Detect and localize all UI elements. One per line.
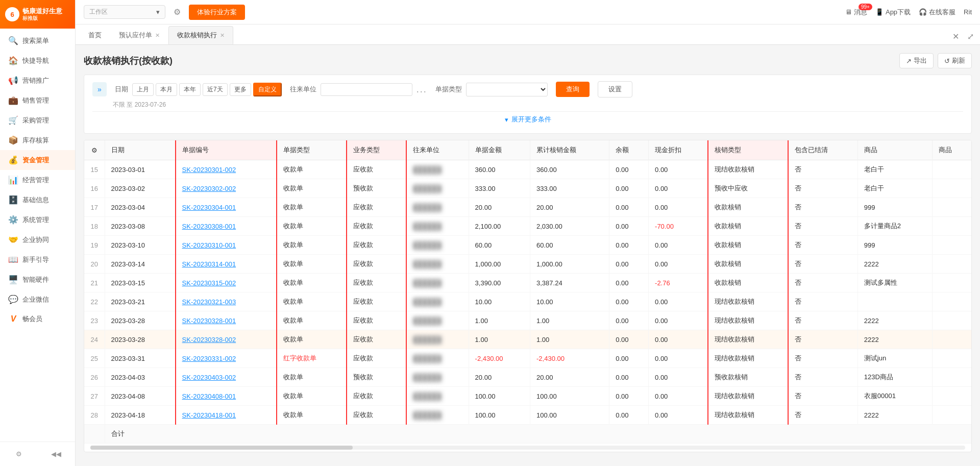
sidebar-item-inventory[interactable]: 📦 库存核算: [0, 130, 75, 150]
table-scroll-wrap: ⚙ 日期 单据编号 单据类型 业务类型 往来单位 单据金额 累计核销金额 余额 …: [84, 140, 971, 444]
query-btn[interactable]: 查询: [556, 82, 590, 97]
filter-partner-group: 往来单位 ...: [290, 83, 427, 96]
date-7days-btn[interactable]: 近7天: [203, 83, 228, 96]
export-btn[interactable]: ↗ 导出: [899, 53, 934, 68]
cell-bill-type: 收款单: [277, 330, 347, 349]
workspace-selector[interactable]: 工作区 ▾: [84, 5, 165, 19]
bill-no-link[interactable]: SK-20230408-001: [182, 393, 236, 400]
data-table: ⚙ 日期 单据编号 单据类型 业务类型 往来单位 单据金额 累计核销金额 余额 …: [84, 140, 971, 444]
cell-cumulative: 20.00: [530, 198, 609, 217]
cell-date: 2023-03-01: [105, 160, 176, 179]
bill-no-link[interactable]: SK-20230308-001: [182, 223, 236, 230]
sidebar-collapse-btn[interactable]: ◀◀: [38, 446, 76, 462]
date-this-month-btn[interactable]: 本月: [156, 83, 177, 96]
filter-toggle-btn[interactable]: »: [92, 82, 107, 96]
sidebar-item-search[interactable]: 🔍 搜索菜单: [0, 31, 75, 51]
sidebar-item-wechat[interactable]: 💬 企业微信: [0, 289, 75, 309]
tab-expand-icon[interactable]: ⤢: [965, 31, 976, 42]
industry-solution-btn[interactable]: 体验行业方案: [189, 5, 245, 20]
system-icon: ⚙️: [8, 215, 18, 225]
main-area: 工作区 ▾ ⚙ 体验行业方案 🖥 消息 99+ 📱 App下载 🎧 在线客服 R…: [76, 0, 980, 466]
bill-no-link[interactable]: SK-20230418-001: [182, 411, 236, 419]
cell-balance: 0.00: [609, 330, 649, 349]
cell-product2: [933, 349, 971, 368]
sidebar-item-finance[interactable]: 💰 资金管理: [0, 150, 75, 170]
cell-balance: 0.00: [609, 236, 649, 255]
sidebar-label-guide: 新手引导: [22, 255, 49, 264]
tab-collection-exec-close[interactable]: ✕: [220, 32, 225, 39]
sidebar-item-operations[interactable]: 📊 经营管理: [0, 170, 75, 190]
sidebar-settings-btn[interactable]: ⚙: [0, 446, 38, 462]
cell-cash-discount: 0.00: [649, 330, 708, 349]
cell-biz-type: 应收款: [347, 349, 407, 368]
table-row: 19 2023-03-10 SK-20230310-001 收款单 应收款 ██…: [84, 236, 971, 255]
refresh-btn[interactable]: ↺ 刷新: [938, 53, 972, 68]
sidebar-item-nav[interactable]: 🏠 快捷导航: [0, 51, 75, 70]
sidebar-item-marketing[interactable]: 📢 营销推广: [0, 70, 75, 90]
cell-bill-no: SK-20230315-002: [176, 274, 277, 292]
bill-no-link[interactable]: SK-20230302-002: [182, 185, 236, 192]
table-footer-row: 合计: [84, 425, 971, 444]
sidebar-item-purchase[interactable]: 🛒 采购管理: [0, 110, 75, 130]
tab-home[interactable]: 首页: [80, 26, 110, 44]
gear-icon[interactable]: ⚙: [172, 5, 183, 19]
app-download-btn[interactable]: 📱 App下载: [875, 8, 911, 17]
date-this-year-btn[interactable]: 本年: [179, 83, 201, 96]
user-avatar[interactable]: Rit: [964, 8, 972, 16]
bill-no-link[interactable]: SK-20230403-002: [182, 374, 236, 381]
cell-biz-type: 应收款: [347, 311, 407, 330]
sidebar-item-system[interactable]: ⚙️ 系统管理: [0, 210, 75, 230]
partner-input[interactable]: [321, 83, 412, 96]
bill-no-link[interactable]: SK-20230314-001: [182, 260, 236, 268]
cell-bill-amount: 1.00: [469, 330, 530, 349]
sidebar-item-member[interactable]: V 畅会员: [0, 309, 75, 329]
cell-bill-type: 收款单: [277, 406, 347, 425]
online-service-btn[interactable]: 🎧 在线客服: [919, 8, 955, 17]
bill-type-select[interactable]: [466, 83, 548, 96]
bill-no-link[interactable]: SK-20230331-002: [182, 355, 236, 362]
cell-product2: [933, 292, 971, 311]
cell-bill-amount: 333.00: [469, 179, 530, 198]
sidebar-item-base[interactable]: 🗄️ 基础信息: [0, 190, 75, 210]
sidebar-item-hardware[interactable]: 🖥️ 智能硬件: [0, 269, 75, 289]
bill-no-link[interactable]: SK-20230301-002: [182, 166, 236, 174]
bill-no-link[interactable]: SK-20230328-001: [182, 317, 236, 325]
cell-biz-type: 预收款: [347, 368, 407, 387]
tab-close-all-icon[interactable]: ✕: [950, 31, 961, 42]
cell-include-settled: 否: [788, 198, 857, 217]
cell-balance: 0.00: [609, 217, 649, 236]
tab-pre-payment-close[interactable]: ✕: [155, 32, 160, 39]
headset-icon: 🎧: [919, 8, 927, 16]
cell-cash-discount: 0.00: [649, 368, 708, 387]
setting-btn[interactable]: 设置: [598, 81, 632, 97]
cell-include-settled: 否: [788, 349, 857, 368]
date-prev-month-btn[interactable]: 上月: [132, 83, 154, 96]
th-biz-type: 业务类型: [347, 140, 407, 160]
sidebar-item-enterprise[interactable]: 🤝 企业协同: [0, 230, 75, 250]
cell-balance: 0.00: [609, 179, 649, 198]
bill-no-link[interactable]: SK-20230304-001: [182, 204, 236, 211]
cell-bill-type: 收款单: [277, 179, 347, 198]
messages-btn[interactable]: 🖥 消息 99+: [845, 8, 867, 17]
cell-product: 测试多属性: [857, 274, 933, 292]
sidebar-nav: 🔍 搜索菜单 🏠 快捷导航 📢 营销推广 💼 销售管理 🛒 采购管理 📦 库存核…: [0, 29, 75, 442]
cell-date: 2023-03-21: [105, 292, 176, 311]
cell-bill-no: SK-20230308-001: [176, 217, 277, 236]
hardware-icon: 🖥️: [8, 275, 18, 284]
bill-no-link[interactable]: SK-20230328-002: [182, 336, 236, 344]
date-more-btn[interactable]: 更多: [230, 83, 251, 96]
bill-no-link[interactable]: SK-20230310-001: [182, 241, 236, 249]
expand-conditions-btn[interactable]: ▾ 展开更多条件: [92, 111, 963, 127]
cell-balance: 0.00: [609, 406, 649, 425]
sidebar-item-sales[interactable]: 💼 销售管理: [0, 90, 75, 110]
sidebar-item-guide[interactable]: 📖 新手引导: [0, 250, 75, 269]
tab-pre-payment[interactable]: 预认应付单 ✕: [110, 26, 168, 44]
cell-include-settled: 否: [788, 217, 857, 236]
table-row: 28 2023-04-18 SK-20230418-001 收款单 应收款 ██…: [84, 406, 971, 425]
th-settings[interactable]: ⚙: [84, 140, 105, 160]
cell-bill-amount: 100.00: [469, 387, 530, 406]
tab-collection-exec[interactable]: 收款核销执行 ✕: [168, 26, 233, 44]
bill-no-link[interactable]: SK-20230315-002: [182, 279, 236, 287]
bill-no-link[interactable]: SK-20230321-003: [182, 298, 236, 306]
date-custom-btn[interactable]: 自定义: [253, 83, 282, 96]
